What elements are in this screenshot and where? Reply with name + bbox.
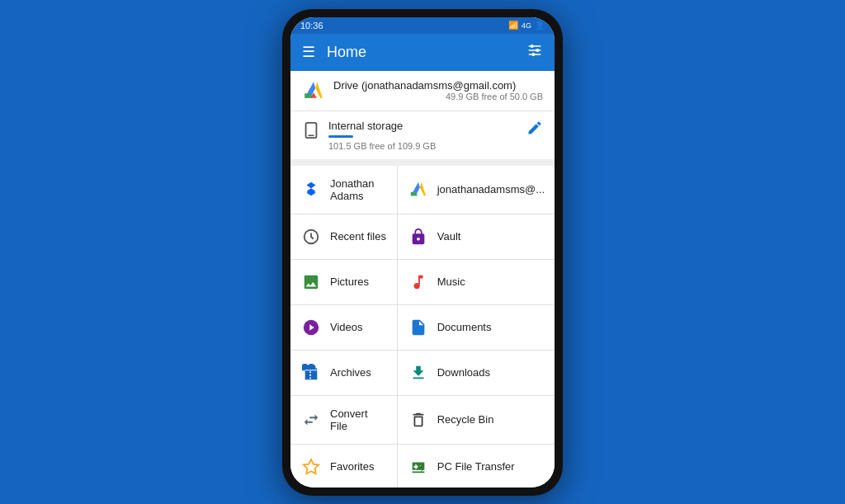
- recycle-bin-label: Recycle Bin: [437, 413, 494, 426]
- drive-icon: [302, 79, 325, 102]
- videos-label: Videos: [330, 321, 363, 333]
- drive-name: Drive (jonathanadamsms@gmail.com): [333, 79, 543, 92]
- scroll-area[interactable]: Drive (jonathanadamsms@gmail.com) 49.9 G…: [290, 71, 555, 488]
- videos-icon: [300, 317, 322, 338]
- status-icons: 📶 4G 👤: [508, 21, 545, 30]
- pictures-label: Pictures: [330, 276, 369, 288]
- edit-storage-button[interactable]: [526, 120, 543, 140]
- grid-item-pictures[interactable]: Pictures: [290, 260, 397, 304]
- internal-storage-name: Internal storage: [328, 120, 518, 132]
- archives-label: Archives: [330, 366, 371, 379]
- pc-file-transfer-label: PC File Transfer: [437, 460, 515, 473]
- phone-screen: 10:36 📶 4G 👤 ☰ Home: [290, 17, 555, 488]
- grid-item-pc-file-transfer[interactable]: PC File Transfer: [398, 445, 555, 488]
- menu-button[interactable]: ☰: [302, 43, 315, 61]
- signal-icon: 4G: [522, 21, 531, 30]
- documents-icon: [408, 317, 429, 338]
- grid-item-documents[interactable]: Documents: [398, 305, 555, 350]
- wifi-icon: 📶: [508, 21, 518, 30]
- status-time: 10:36: [300, 21, 323, 31]
- grid-item-music[interactable]: Music: [398, 260, 555, 304]
- svg-point-3: [531, 44, 534, 47]
- internal-storage-info: Internal storage 101.5 GB free of 109.9 …: [328, 120, 518, 151]
- recycle-bin-icon: [408, 409, 429, 431]
- drive-card[interactable]: Drive (jonathanadamsms@gmail.com) 49.9 G…: [290, 71, 555, 111]
- convert-file-icon: [300, 409, 322, 431]
- grid-item-vault[interactable]: Vault: [398, 214, 555, 259]
- archives-icon: [300, 362, 322, 384]
- filter-button[interactable]: [526, 42, 543, 63]
- grid-item-favorites[interactable]: Favorites: [290, 445, 397, 488]
- internal-storage-card[interactable]: Internal storage 101.5 GB free of 109.9 …: [290, 111, 555, 166]
- favorites-label: Favorites: [330, 460, 374, 473]
- grid-item-archives[interactable]: Archives: [290, 351, 397, 395]
- grid-item-recycle-bin[interactable]: Recycle Bin: [398, 396, 555, 444]
- internal-storage-size: 101.5 GB free of 109.9 GB: [328, 141, 518, 151]
- downloads-icon: [408, 362, 429, 384]
- internal-progress-bar: [328, 135, 353, 138]
- items-grid: Jonathan Adams jonathanadamsms@...: [290, 166, 555, 488]
- convert-file-label: Convert File: [330, 407, 387, 432]
- music-icon: [408, 271, 429, 293]
- svg-point-5: [531, 52, 535, 55]
- drive-info: Drive (jonathanadamsms@gmail.com) 49.9 G…: [333, 79, 543, 101]
- gdrive-account-label: jonathanadamsms@...: [437, 183, 545, 195]
- grid-item-jonathan-adams[interactable]: Jonathan Adams: [290, 166, 397, 214]
- grid-item-downloads[interactable]: Downloads: [398, 351, 555, 395]
- gdrive-account-icon: [408, 179, 429, 200]
- vault-label: Vault: [437, 230, 461, 243]
- dropbox-icon: [300, 179, 322, 200]
- svg-marker-12: [304, 459, 319, 473]
- jonathan-adams-label: Jonathan Adams: [330, 177, 387, 202]
- phone-frame: 10:36 📶 4G 👤 ☰ Home: [282, 9, 563, 496]
- recent-files-icon: [300, 226, 322, 247]
- documents-label: Documents: [437, 321, 492, 333]
- pc-file-transfer-icon: [408, 456, 429, 478]
- recent-files-label: Recent files: [330, 230, 386, 243]
- svg-rect-8: [308, 134, 314, 135]
- grid-item-recent-files[interactable]: Recent files: [290, 214, 397, 259]
- favorites-icon: [300, 456, 322, 478]
- page-title: Home: [327, 44, 515, 61]
- svg-point-4: [536, 48, 539, 51]
- grid-item-videos[interactable]: Videos: [290, 305, 397, 350]
- vault-icon: [408, 226, 429, 247]
- drive-storage: 49.9 GB free of 50.0 GB: [333, 92, 543, 101]
- pictures-icon: [300, 271, 322, 293]
- app-toolbar: ☰ Home: [290, 34, 555, 71]
- phone-storage-icon: [302, 121, 320, 144]
- music-label: Music: [437, 276, 465, 288]
- grid-item-gdrive-account[interactable]: jonathanadamsms@...: [398, 166, 555, 214]
- grid-item-convert-file[interactable]: Convert File: [290, 396, 397, 444]
- status-bar: 10:36 📶 4G 👤: [290, 17, 555, 34]
- user-icon: 👤: [535, 21, 545, 30]
- downloads-label: Downloads: [437, 366, 490, 379]
